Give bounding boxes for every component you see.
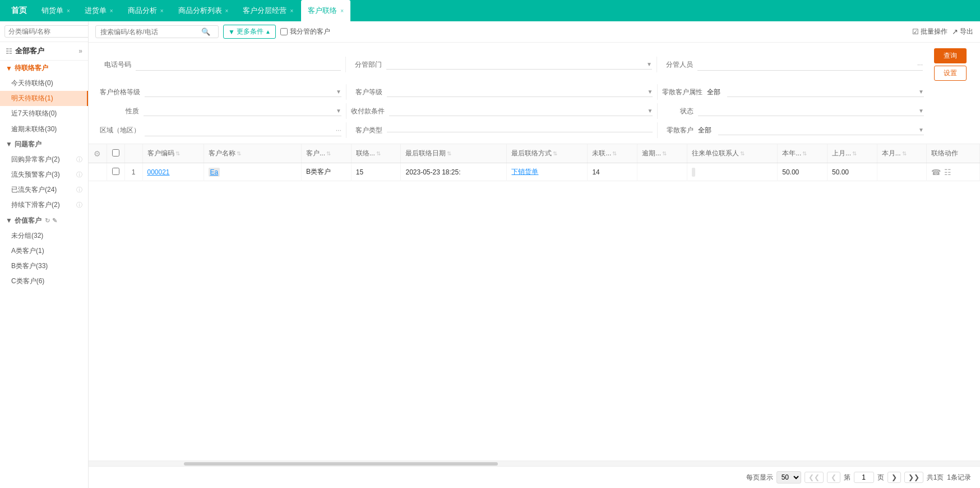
- col-uncontact-header[interactable]: 未联... ⇅: [588, 144, 637, 163]
- refresh-icon[interactable]: ↻: [45, 217, 50, 224]
- row-action: ☎ ☷: [927, 163, 980, 181]
- sidebar-item-abnormal[interactable]: 回购异常客户(2) ⓘ: [0, 152, 88, 167]
- col-last-date-header[interactable]: 最后联络日期 ⇅: [401, 144, 507, 163]
- sidebar-item-lost[interactable]: 已流失客户(24) ⓘ: [0, 182, 88, 197]
- nav-customer-contact[interactable]: 客户联络 ×: [301, 0, 350, 21]
- filter-retail-attr-select[interactable]: ▼: [727, 87, 924, 97]
- col-code-header[interactable]: 客户编码 ⇅: [142, 144, 204, 163]
- row-checkbox: [107, 163, 124, 181]
- pagination: 每页显示 50 ❮❮ ❮ 第 页 ❯ ❯❯ 共1页 1条记录: [89, 466, 980, 488]
- sidebar-group-pending-title[interactable]: ▼ 待联络客户: [0, 61, 88, 76]
- my-customers-checkbox[interactable]: [280, 28, 288, 35]
- filter-status-select[interactable]: ▼: [698, 106, 924, 116]
- select-all-checkbox[interactable]: [112, 149, 119, 156]
- query-button[interactable]: 查询: [934, 48, 967, 63]
- scroll-thumb[interactable]: [184, 462, 498, 466]
- export-btn[interactable]: ↗ 导出: [952, 27, 973, 36]
- nav-analysis[interactable]: 商品分析 ×: [121, 0, 170, 21]
- edit-icon[interactable]: ✎: [52, 217, 57, 224]
- filter-person-select[interactable]: ···: [697, 59, 923, 71]
- horizontal-scrollbar[interactable]: [89, 461, 980, 466]
- row-type: B类客户: [302, 163, 352, 181]
- settings-icon[interactable]: ⚙: [94, 149, 101, 158]
- total-records: 1条记录: [947, 473, 971, 482]
- close-icon[interactable]: ×: [340, 8, 344, 14]
- reset-button[interactable]: 设置: [934, 66, 967, 81]
- col-unit-contact-header[interactable]: 往来单位联系人 ⇅: [687, 144, 777, 163]
- next-btn[interactable]: ❯: [887, 472, 901, 483]
- filter-payment-select[interactable]: ▼: [389, 106, 653, 116]
- customer-code-link[interactable]: 000021: [147, 168, 170, 176]
- sidebar-item-classB[interactable]: B类客户(33): [0, 259, 88, 274]
- sidebar-item-ungrouped[interactable]: 未分组(32): [0, 228, 88, 243]
- filter-cust-type-select[interactable]: [387, 128, 653, 132]
- search-icon[interactable]: 🔍: [201, 27, 210, 36]
- phone-icon[interactable]: ☎: [931, 168, 941, 177]
- filter-row-2: 客户价格等级 ▼ 客户等级 ▼ 零散客户属性: [89, 84, 980, 100]
- nav-purchase[interactable]: 进货单 ×: [78, 0, 120, 21]
- sort-icon: ⇅: [326, 150, 331, 156]
- nav-home[interactable]: 首页: [4, 0, 34, 21]
- sidebar-item-classC[interactable]: C类客户(6): [0, 274, 88, 289]
- filter-region-select[interactable]: ···: [145, 125, 341, 136]
- nav-analysis-list[interactable]: 商品分析列表 ×: [172, 0, 235, 21]
- col-name-header[interactable]: 客户名称 ⇅: [204, 144, 301, 163]
- sort-icon: ⇅: [740, 150, 745, 156]
- sidebar-item-overdue[interactable]: 逾期未联络(30): [0, 122, 88, 137]
- sidebar-item-today[interactable]: 今天待联络(0): [0, 76, 88, 91]
- next-next-btn[interactable]: ❯❯: [904, 472, 923, 483]
- col-type-header[interactable]: 客户... ⇅: [302, 144, 352, 163]
- nav-customer-layer[interactable]: 客户分层经营 ×: [236, 0, 300, 21]
- close-icon[interactable]: ×: [290, 8, 293, 14]
- filter-nature-select[interactable]: ▼: [144, 106, 341, 116]
- collapse-icon[interactable]: »: [78, 47, 82, 55]
- filter-retail-cust-value: 全部: [698, 126, 711, 135]
- page-size-select[interactable]: 50: [776, 471, 801, 484]
- close-icon[interactable]: ×: [110, 8, 113, 14]
- nav-sales[interactable]: 销货单 ×: [35, 0, 77, 21]
- sidebar-item-week[interactable]: 近7天待联络(0): [0, 106, 88, 121]
- filter-phone-input[interactable]: [136, 59, 341, 71]
- search-input[interactable]: [100, 28, 201, 36]
- sidebar-search-input[interactable]: [4, 25, 89, 38]
- col-last-month-header[interactable]: 上月... ⇅: [827, 144, 877, 163]
- customer-name-link[interactable]: Ea: [209, 168, 220, 177]
- sidebar-group-problem: ▼ 问题客户 回购异常客户(2) ⓘ 流失预警客户(3) ⓘ 已流失客户(24)…: [0, 137, 88, 213]
- sidebar-item-classA[interactable]: A类客户(1): [0, 243, 88, 259]
- sidebar-group-value-title[interactable]: ▼ 价值客户 ↻ ✎: [0, 213, 88, 228]
- last-method-link[interactable]: 下销货单: [511, 168, 538, 176]
- grid-action-icon[interactable]: ☷: [944, 168, 951, 177]
- sidebar-all-customers[interactable]: ☷ 全部客户 »: [0, 42, 88, 61]
- chevron-down-icon: ▼: [647, 89, 653, 95]
- filter-cust-level-select[interactable]: ▼: [387, 87, 653, 97]
- row-no: 1: [124, 163, 142, 181]
- col-checkbox-header: [107, 144, 124, 163]
- batch-op-btn[interactable]: ☑ 批量操作: [912, 27, 947, 36]
- arrow-down-icon: ▼: [6, 65, 12, 72]
- close-icon[interactable]: ×: [67, 8, 70, 14]
- filter-status-label: 状态: [662, 107, 694, 116]
- chevron-down-icon: ▼: [336, 108, 341, 114]
- prev-btn[interactable]: ❮: [827, 472, 840, 483]
- more-conditions-btn[interactable]: ▼ 更多条件 ▲: [223, 25, 276, 39]
- col-this-month-header[interactable]: 本月... ⇅: [877, 144, 927, 163]
- col-contacts-header[interactable]: 联络... ⇅: [351, 144, 401, 163]
- sidebar-item-tomorrow[interactable]: 明天待联络(1): [0, 91, 88, 106]
- filter-dept-select[interactable]: ▼: [386, 59, 652, 70]
- col-overdue-header[interactable]: 逾期... ⇅: [637, 144, 687, 163]
- filter-retail-cust-select[interactable]: ▼: [718, 125, 924, 135]
- close-icon[interactable]: ×: [160, 8, 164, 14]
- filter-price-select[interactable]: ▼: [145, 87, 341, 97]
- close-icon[interactable]: ×: [225, 8, 229, 14]
- sidebar-item-warning[interactable]: 流失预警客户(3) ⓘ: [0, 167, 88, 182]
- page-input[interactable]: [854, 472, 874, 483]
- sidebar-item-declining[interactable]: 持续下滑客户(2) ⓘ: [0, 197, 88, 213]
- sort-icon: ⇅: [802, 150, 807, 156]
- row-select-checkbox[interactable]: [112, 168, 119, 175]
- col-this-year-header[interactable]: 本年... ⇅: [778, 144, 828, 163]
- row-code: 000021: [142, 163, 204, 181]
- prev-prev-btn[interactable]: ❮❮: [805, 472, 824, 483]
- sort-icon: ⇅: [852, 150, 857, 156]
- sidebar-group-problem-title[interactable]: ▼ 问题客户: [0, 137, 88, 152]
- col-last-method-header[interactable]: 最后联络方式 ⇅: [507, 144, 588, 163]
